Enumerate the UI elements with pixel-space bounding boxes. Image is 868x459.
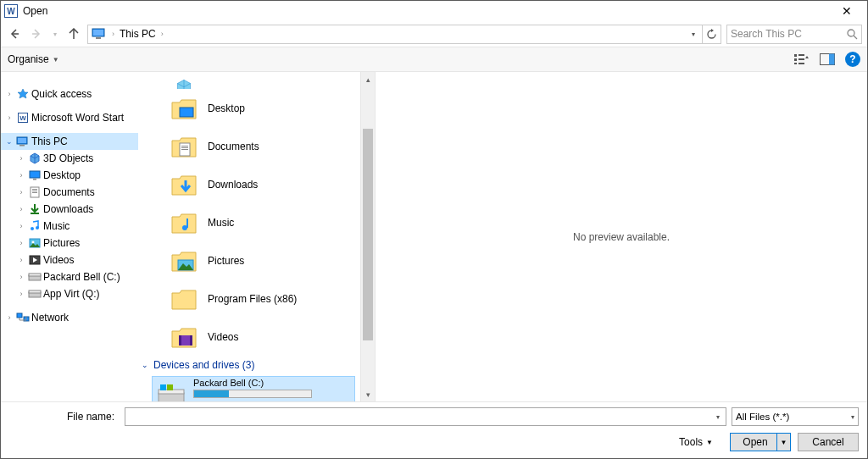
chevron-down-icon: ⌄ bbox=[142, 361, 148, 369]
tree-music[interactable]: ›Music bbox=[1, 218, 138, 235]
group-label: Devices and drives (3) bbox=[153, 359, 254, 371]
svg-rect-2 bbox=[96, 37, 101, 39]
tree-word-start[interactable]: › W Microsoft Word Start bbox=[1, 109, 138, 126]
svg-rect-7 bbox=[798, 54, 804, 56]
svg-rect-6 bbox=[794, 63, 797, 64]
scroll-up-button[interactable]: ▴ bbox=[361, 72, 375, 86]
chevron-down-icon: ▼ bbox=[53, 56, 59, 64]
scroll-down-button[interactable]: ▾ bbox=[361, 387, 375, 401]
open-split-button[interactable]: ▼ bbox=[776, 434, 790, 451]
tree-desktop[interactable]: ›Desktop bbox=[1, 167, 138, 184]
navigation-row: ▾ › This PC › ▾ Search This PC bbox=[1, 21, 867, 47]
tree-label: App Virt (Q:) bbox=[43, 288, 99, 300]
tree-quick-access[interactable]: › Quick access bbox=[1, 86, 138, 102]
expand-icon[interactable]: › bbox=[4, 113, 14, 122]
filename-label: File name: bbox=[9, 411, 120, 423]
list-item[interactable]: Videos bbox=[169, 318, 360, 356]
help-button[interactable]: ? bbox=[845, 52, 860, 67]
preview-pane-button[interactable] bbox=[820, 52, 835, 67]
filetype-filter[interactable]: All Files (*.*) ▾ bbox=[732, 407, 859, 426]
filename-dropdown-button[interactable]: ▾ bbox=[710, 408, 726, 425]
address-dropdown-button[interactable]: ▾ bbox=[688, 30, 698, 38]
tree-label: Videos bbox=[43, 254, 74, 266]
up-button[interactable] bbox=[65, 25, 82, 42]
filename-input[interactable]: ▾ bbox=[125, 407, 726, 426]
chevron-right-icon: › bbox=[159, 30, 165, 38]
svg-rect-5 bbox=[794, 58, 797, 61]
tree-label: This PC bbox=[31, 135, 68, 147]
window-title: Open bbox=[23, 5, 47, 17]
organise-label: Organise bbox=[8, 53, 49, 65]
tree-this-pc[interactable]: ⌄ This PC bbox=[1, 133, 138, 150]
tools-menu[interactable]: Tools ▼ bbox=[679, 436, 713, 448]
folder-icon bbox=[169, 285, 199, 312]
toolbar: Organise ▼ ? bbox=[1, 47, 867, 72]
desktop-folder-icon bbox=[169, 95, 199, 122]
tree-documents[interactable]: ›Documents bbox=[1, 184, 138, 201]
tree-label: Desktop bbox=[43, 169, 81, 181]
scroll-track[interactable] bbox=[361, 86, 375, 387]
tree-videos[interactable]: ›Videos bbox=[1, 252, 138, 268]
music-folder-icon bbox=[169, 209, 199, 236]
item-label: Music bbox=[208, 217, 234, 229]
word-app-icon: W bbox=[4, 4, 18, 18]
list-item[interactable]: Music bbox=[169, 203, 360, 241]
list-item[interactable]: Program Files (x86) bbox=[169, 279, 360, 318]
file-pane: Desktop Documents Downloads bbox=[138, 72, 867, 401]
list-item[interactable] bbox=[169, 72, 360, 89]
list-item[interactable]: Pictures bbox=[169, 241, 360, 279]
pictures-folder-icon bbox=[169, 247, 199, 274]
breadcrumb-this-pc[interactable]: This PC bbox=[120, 28, 156, 40]
tree-drive-q[interactable]: ›App Virt (Q:) bbox=[1, 285, 138, 302]
item-label: Videos bbox=[208, 331, 238, 343]
refresh-button[interactable] bbox=[703, 25, 721, 44]
tree-network[interactable]: › Network bbox=[1, 309, 138, 326]
svg-point-3 bbox=[848, 30, 854, 36]
svg-point-22 bbox=[31, 227, 34, 230]
svg-rect-30 bbox=[29, 290, 41, 293]
open-button[interactable]: Open ▼ bbox=[730, 433, 791, 451]
pictures-icon bbox=[28, 236, 42, 250]
list-item[interactable]: Downloads bbox=[169, 165, 360, 203]
vertical-scrollbar[interactable]: ▴ ▾ bbox=[360, 72, 375, 401]
organise-menu[interactable]: Organise ▼ bbox=[8, 53, 59, 65]
search-input[interactable]: Search This PC bbox=[726, 25, 862, 44]
item-label: Pictures bbox=[208, 255, 244, 267]
tree-downloads[interactable]: ›Downloads bbox=[1, 201, 138, 218]
drive-icon bbox=[156, 380, 186, 401]
address-bar[interactable]: › This PC › ▾ bbox=[87, 25, 703, 44]
drive-name: Packard Bell (C:) bbox=[193, 378, 312, 388]
view-options-button[interactable] bbox=[794, 52, 810, 67]
drive-free-text: 199 GB free of 284 GB bbox=[193, 400, 312, 401]
tree-drive-c[interactable]: ›Packard Bell (C:) bbox=[1, 268, 138, 285]
this-pc-icon bbox=[16, 135, 30, 148]
open-label: Open bbox=[743, 436, 767, 448]
item-label: Program Files (x86) bbox=[208, 293, 297, 305]
collapse-icon[interactable]: ⌄ bbox=[4, 137, 14, 146]
recent-locations-button[interactable]: ▾ bbox=[50, 25, 60, 42]
close-button[interactable]: ✕ bbox=[830, 4, 864, 18]
tree-3d-objects[interactable]: ›3D Objects bbox=[1, 150, 138, 167]
cancel-button[interactable]: Cancel bbox=[798, 433, 859, 451]
drive-icon bbox=[28, 287, 42, 301]
tree-label: Music bbox=[43, 220, 70, 232]
file-list[interactable]: Desktop Documents Downloads bbox=[138, 72, 360, 401]
preview-pane: No preview available. bbox=[375, 72, 867, 401]
tree-pictures[interactable]: ›Pictures bbox=[1, 235, 138, 252]
drive-item-c[interactable]: Packard Bell (C:) 199 GB free of 284 GB bbox=[152, 376, 355, 401]
back-button[interactable] bbox=[6, 25, 23, 42]
devices-group-header[interactable]: ⌄ Devices and drives (3) bbox=[138, 356, 360, 374]
expand-icon[interactable]: › bbox=[4, 313, 14, 322]
music-icon bbox=[28, 219, 42, 233]
list-item[interactable]: Documents bbox=[169, 127, 360, 165]
item-label: Downloads bbox=[208, 179, 258, 191]
forward-button[interactable] bbox=[28, 25, 45, 42]
svg-rect-4 bbox=[794, 54, 797, 57]
expand-icon[interactable]: › bbox=[4, 90, 14, 98]
svg-rect-35 bbox=[181, 146, 188, 147]
this-pc-icon bbox=[92, 28, 107, 40]
svg-rect-11 bbox=[829, 54, 835, 65]
list-item[interactable]: Desktop bbox=[169, 89, 360, 127]
svg-rect-42 bbox=[190, 335, 192, 346]
scroll-thumb[interactable] bbox=[363, 129, 373, 340]
